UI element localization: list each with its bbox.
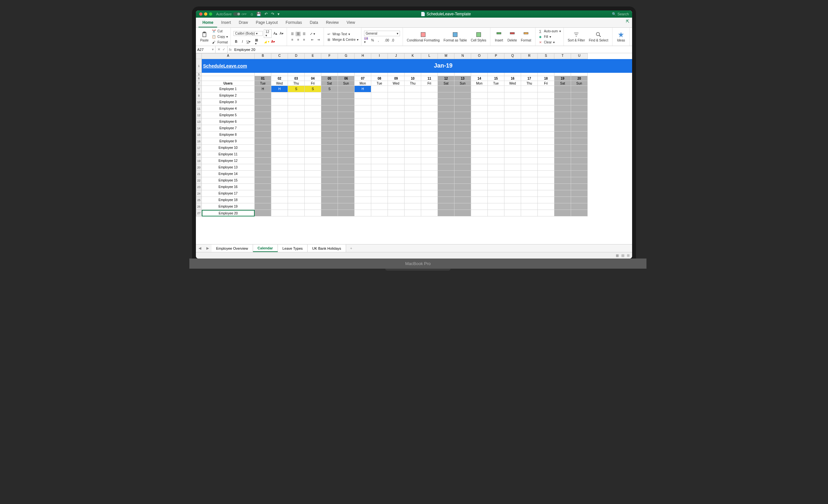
cell[interactable]: [521, 112, 538, 119]
row-header[interactable]: 20: [196, 164, 202, 171]
cell[interactable]: [488, 138, 504, 144]
cell[interactable]: [421, 112, 438, 119]
cell[interactable]: [305, 144, 321, 151]
cell[interactable]: [338, 73, 355, 76]
cell[interactable]: Employee 15: [202, 177, 255, 184]
cell[interactable]: Fri: [421, 81, 438, 86]
increase-decimal-icon[interactable]: .00: [384, 38, 389, 43]
cell[interactable]: 06: [338, 76, 355, 81]
cell[interactable]: [504, 177, 521, 184]
cell[interactable]: [305, 158, 321, 164]
cell[interactable]: [454, 171, 471, 177]
cell[interactable]: [371, 144, 388, 151]
cell-styles-button[interactable]: Cell Styles: [469, 31, 488, 43]
cell[interactable]: [521, 86, 538, 92]
cell[interactable]: [488, 119, 504, 125]
cell[interactable]: [305, 138, 321, 144]
cell[interactable]: [288, 210, 305, 216]
cell[interactable]: [538, 125, 554, 132]
cell[interactable]: [338, 125, 355, 132]
cell[interactable]: [538, 144, 554, 151]
cell[interactable]: [355, 132, 371, 138]
cell[interactable]: [571, 203, 588, 210]
cell[interactable]: [554, 177, 571, 184]
cell[interactable]: [371, 210, 388, 216]
cell[interactable]: [271, 190, 288, 197]
cell[interactable]: [355, 190, 371, 197]
cell[interactable]: [255, 125, 271, 132]
cell[interactable]: [471, 106, 488, 112]
cell[interactable]: Employee 17: [202, 190, 255, 197]
cell[interactable]: [388, 144, 405, 151]
cell[interactable]: [471, 119, 488, 125]
cell[interactable]: [305, 125, 321, 132]
cell[interactable]: [421, 138, 438, 144]
cell[interactable]: [405, 112, 421, 119]
cell[interactable]: [538, 190, 554, 197]
cell[interactable]: [288, 177, 305, 184]
column-header[interactable]: I: [371, 53, 388, 59]
cell[interactable]: [305, 197, 321, 203]
cell[interactable]: [554, 99, 571, 106]
cell[interactable]: [388, 119, 405, 125]
cell[interactable]: [202, 73, 255, 76]
cell[interactable]: [538, 73, 554, 76]
maximize-icon[interactable]: [209, 12, 212, 16]
cell[interactable]: [321, 151, 338, 158]
row-header[interactable]: 14: [196, 125, 202, 132]
cell[interactable]: [421, 106, 438, 112]
cell[interactable]: [488, 177, 504, 184]
view-normal-icon[interactable]: ▦: [616, 254, 619, 257]
cell[interactable]: [271, 73, 288, 76]
cell[interactable]: [255, 73, 271, 76]
cell[interactable]: [338, 203, 355, 210]
cell[interactable]: 13: [454, 76, 471, 81]
cell[interactable]: [355, 73, 371, 76]
cell[interactable]: [405, 132, 421, 138]
cell[interactable]: [438, 106, 454, 112]
cell[interactable]: Thu: [405, 81, 421, 86]
cell[interactable]: [271, 210, 288, 216]
menu-tab-insert[interactable]: Insert: [217, 19, 235, 28]
delete-cells-button[interactable]: Delete: [506, 31, 518, 43]
cell[interactable]: [488, 171, 504, 177]
cell[interactable]: [571, 171, 588, 177]
menu-tab-formulas[interactable]: Formulas: [282, 19, 306, 28]
cell[interactable]: 11: [421, 76, 438, 81]
menu-tab-home[interactable]: Home: [199, 19, 217, 28]
cell[interactable]: [521, 190, 538, 197]
cell[interactable]: [571, 164, 588, 171]
cell[interactable]: [255, 158, 271, 164]
cell[interactable]: [405, 106, 421, 112]
cell[interactable]: [521, 164, 538, 171]
cell[interactable]: [288, 197, 305, 203]
row-header[interactable]: 27: [196, 210, 202, 216]
cell[interactable]: Employee 7: [202, 125, 255, 132]
cell[interactable]: [338, 106, 355, 112]
cell[interactable]: [538, 197, 554, 203]
cell[interactable]: [521, 158, 538, 164]
cell[interactable]: [202, 76, 255, 81]
cell[interactable]: [421, 99, 438, 106]
cell[interactable]: [371, 184, 388, 190]
month-cell[interactable]: Jan-19: [255, 59, 632, 73]
cell[interactable]: [255, 106, 271, 112]
cell[interactable]: Mon: [471, 81, 488, 86]
cell[interactable]: [538, 171, 554, 177]
cell[interactable]: [388, 158, 405, 164]
cell[interactable]: [288, 99, 305, 106]
cell[interactable]: [288, 164, 305, 171]
cell[interactable]: [371, 197, 388, 203]
cell[interactable]: [288, 203, 305, 210]
cell[interactable]: [504, 119, 521, 125]
cell[interactable]: [421, 164, 438, 171]
cell[interactable]: [504, 158, 521, 164]
cell[interactable]: [438, 73, 454, 76]
cell[interactable]: [371, 92, 388, 99]
cell[interactable]: [338, 210, 355, 216]
cell[interactable]: Users: [202, 81, 255, 86]
cell[interactable]: [471, 92, 488, 99]
cell[interactable]: Sun: [338, 81, 355, 86]
cell[interactable]: [471, 112, 488, 119]
cell[interactable]: [454, 132, 471, 138]
